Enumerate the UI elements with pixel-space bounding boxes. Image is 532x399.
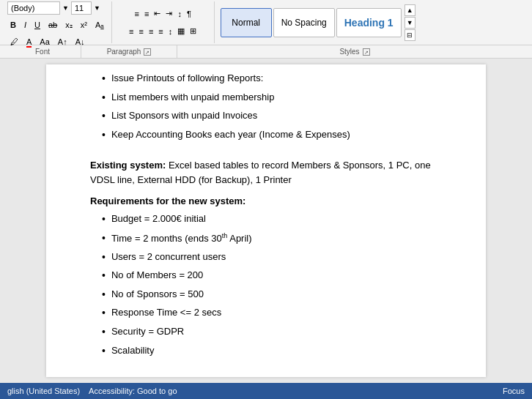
align-center-button[interactable]: ≡ (137, 25, 146, 38)
styles-expand-icon[interactable]: ↗ (363, 48, 370, 56)
styles-section: Normal No Spacing Heading 1 ▲ ▼ ⊟ (215, 1, 529, 43)
list-item: No of Sponsors = 500 (90, 288, 442, 302)
styles-expand-button[interactable]: ⊟ (404, 29, 415, 41)
line-spacing-button[interactable]: ↕ (166, 25, 175, 38)
labels-row: Font Paragraph ↗ Styles ↗ (0, 45, 532, 59)
subscript-button[interactable]: x₂ (62, 18, 75, 31)
align-right-button[interactable]: ≡ (147, 25, 155, 38)
styles-label: Styles ↗ (177, 48, 532, 56)
borders-button[interactable]: ⊞ (188, 25, 199, 38)
language-status: glish (United States) (7, 387, 80, 395)
list-item: Scalability (90, 344, 442, 359)
list-item: Security = GDPR (90, 325, 442, 340)
font-size-input[interactable] (71, 1, 92, 15)
list-item: Issue Printouts of following Reports: (90, 72, 442, 86)
doc-area: Issue Printouts of following Reports: Li… (0, 59, 532, 383)
styles-up-arrow[interactable]: ▲ (404, 4, 415, 16)
highlight-button[interactable]: 🖊 (7, 35, 21, 48)
style-no-spacing-button[interactable]: No Spacing (273, 8, 335, 37)
toolbar: ▼ ▼ B I U ab x₂ x² Aa 🖊 A Aa A↑ A↓ ≡ ≡ ⇤… (0, 0, 532, 45)
page[interactable]: Issue Printouts of following Reports: Li… (46, 64, 486, 377)
paragraph-label: Paragraph ↗ (81, 48, 177, 56)
superscript-button[interactable]: x² (78, 18, 90, 31)
style-normal-button[interactable]: Normal (221, 8, 272, 37)
existing-system-bold-text: Existing system: (90, 160, 166, 171)
indent-dec-button[interactable]: ⇤ (152, 7, 163, 20)
focus-button[interactable]: Focus (503, 387, 525, 395)
sort-button[interactable]: ↕ (175, 7, 184, 20)
shading-button[interactable]: ▦ (175, 25, 187, 38)
font-label: Font (0, 48, 81, 56)
list-item: No of Members = 200 (90, 269, 442, 283)
accessibility-status: Accessibility: Good to go (89, 387, 177, 395)
status-left: glish (United States) Accessibility: Goo… (7, 387, 177, 395)
paragraph-expand-icon[interactable]: ↗ (144, 48, 151, 56)
list-item: Users = 2 concurrent users (90, 250, 442, 265)
style-heading1-button[interactable]: Heading 1 (336, 8, 402, 37)
indent-inc-button[interactable]: ⇥ (163, 7, 174, 20)
font-name-dropdown-icon[interactable]: ▼ (62, 4, 69, 12)
list-item: List members with unpaid membership (90, 91, 442, 105)
font-size-dropdown-icon[interactable]: ▼ (94, 4, 100, 12)
list-bullet-button[interactable]: ≡ (133, 7, 141, 20)
status-right: Focus (503, 387, 525, 395)
list-item: Keep Accounting Books each year (Income … (90, 128, 442, 143)
show-marks-button[interactable]: ¶ (185, 7, 193, 20)
list-item: Budget = 2.000€ initial (90, 212, 442, 227)
align-left-button[interactable]: ≡ (127, 25, 136, 38)
list-item: List Sponsors with unpaid Invoices (90, 109, 442, 124)
bullet-list-requirements: Budget = 2.000€ initial Time = 2 months … (90, 212, 442, 358)
requirements-heading: Requirements for the new system: (90, 195, 442, 206)
list-number-button[interactable]: ≡ (142, 7, 151, 20)
status-bar: glish (United States) Accessibility: Goo… (0, 383, 532, 399)
font-A-up-button[interactable]: A↑ (55, 35, 70, 48)
italic-button[interactable]: I (21, 18, 29, 31)
underline-button[interactable]: U (32, 18, 43, 31)
font-section: ▼ ▼ B I U ab x₂ x² Aa 🖊 A Aa A↑ A↓ (3, 1, 112, 43)
font-aa-button[interactable]: Aa (37, 35, 52, 48)
list-item: Time = 2 months (ends 30th April) (90, 231, 442, 246)
paragraph-section: ≡ ≡ ⇤ ⇥ ↕ ¶ ≡ ≡ ≡ ≡ ↕ ▦ ⊞ (112, 1, 215, 43)
bold-button[interactable]: B (7, 18, 19, 31)
list-item: Response Time <= 2 secs (90, 306, 442, 321)
font-color-button[interactable]: A (23, 35, 34, 48)
existing-system-paragraph: Existing system: Excel based tables to r… (90, 158, 442, 187)
styles-down-arrow[interactable]: ▼ (404, 17, 415, 29)
font-name-input[interactable] (7, 1, 60, 15)
align-justify-button[interactable]: ≡ (156, 25, 165, 38)
clear-format-button[interactable]: Aa (92, 18, 107, 31)
bullet-list-top: Issue Printouts of following Reports: Li… (90, 72, 442, 142)
strikethrough-button[interactable]: ab (45, 18, 60, 31)
